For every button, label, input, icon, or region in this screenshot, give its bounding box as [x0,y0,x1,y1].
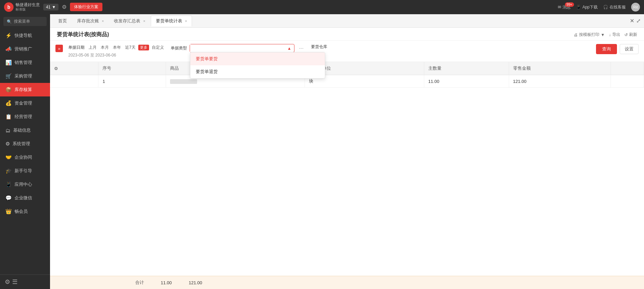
online-service-action[interactable]: 🎧 在线客服 [603,4,626,10]
refresh-icon: ↺ [624,32,628,37]
date-btn-year[interactable]: 本年 [112,44,122,51]
finance-icon: 💰 [5,100,12,106]
sidebar-item-label: 应用中心 [15,181,32,187]
sidebar-item-enterprise[interactable]: 🤝 企业协同 [0,151,50,164]
sidebar-item-label: 新手引导 [15,168,32,174]
date-filter-group: 单据日期 上月 本月 本年 近7天 更多 自定义 2023-05-06 至 20… [68,44,165,58]
row-no: 1 [98,75,166,88]
table-footer: 合计 11.00 121.00 [50,276,644,289]
doc-type-input[interactable] [190,44,285,52]
print-button[interactable]: 🖨 按模板打印 ▼ [574,32,605,38]
print-dropdown-icon: ▼ [601,32,605,37]
header-settings-button[interactable]: ⚙ [62,4,67,10]
dropdown-item-order[interactable]: 要货单要货 [190,52,325,65]
app-download-action[interactable]: 📱 App下载 [576,4,598,10]
tab-batch-account[interactable]: 库存批次账 × [72,16,109,26]
date-btn-up[interactable]: 上月 [87,44,98,51]
sidebar-item-wechat[interactable]: 💬 企业微信 [0,191,50,205]
tab-expand-button[interactable]: ⤢ [636,18,641,24]
sidebar-item-marketing[interactable]: 📣 营销推广 [0,42,50,56]
header-left: b 畅捷通好生意 标准版 41 ▼ ⚙ 体验行业方案 [4,2,102,12]
sidebar-search[interactable]: 🔍 搜索菜单 [3,17,47,26]
sidebar-settings-button[interactable]: ⚙ [5,278,10,286]
col-qty: 主数量 [424,62,509,75]
col-no: 序号 [98,62,166,75]
date-btn-current[interactable]: 本月 [99,44,110,51]
tab-batch-account-close[interactable]: × [102,19,104,23]
doc-type-group: 单据类型 ▲ 要货单要货 要货单退货 ··· [171,44,306,52]
sidebar-item-member[interactable]: 👑 畅会员 [0,205,50,218]
refresh-button[interactable]: ↺ 刷新 [624,32,637,38]
export-label: 导出 [612,32,620,38]
sidebar-item-label: 资金管理 [15,100,32,106]
doc-type-arrow-icon[interactable]: ▲ [285,46,294,51]
sidebar-item-label: 基础信息 [13,127,31,133]
set-button[interactable]: 设置 [620,44,639,54]
expand-button[interactable]: » [55,45,63,52]
sidebar-item-finance[interactable]: 💰 资金管理 [0,96,50,110]
table-area: ⚙ 序号 商品 主计量单位 主数量 零售金额 1 [50,62,644,276]
sidebar-item-app-center[interactable]: 📱 应用中心 [0,178,50,191]
col-settings[interactable]: ⚙ [50,62,98,75]
app-icon: 📱 [576,5,581,9]
total-qty: 11.00 [148,280,178,285]
warehouse-label: 要货仓库 [311,44,327,50]
sidebar-item-label: 畅会员 [15,208,28,215]
sidebar-item-label: 企业微信 [15,195,32,201]
sidebar-item-label: 系统管理 [13,141,30,147]
tab-receive-summary-label: 收发存汇总表 [114,18,140,24]
sidebar-item-label: 销售管理 [15,60,32,66]
wechat-icon: 💬 [5,195,12,201]
app-center-icon: 📱 [5,181,12,187]
filter-right-actions: 查询 设置 [596,44,639,54]
date-more-badge[interactable]: 更多 [138,45,149,50]
app-download-label: App下载 [582,4,598,10]
sidebar-item-inventory[interactable]: 📦 库存核算 [0,83,50,96]
doc-type-more-icon[interactable]: ··· [297,45,306,51]
row-amount: 121.00 [509,75,611,88]
row-qty: 11.00 [424,75,509,88]
industry-button[interactable]: 体验行业方案 [70,3,102,11]
tab-close-all-button[interactable]: ✕ [630,18,634,24]
sidebar-menu-button[interactable]: ☰ [12,278,18,286]
online-service-label: 在线客服 [610,4,626,10]
tab-batch-account-label: 库存批次账 [77,18,99,24]
export-button[interactable]: ↓ 导出 [609,32,620,38]
dropdown-item-return[interactable]: 要货单退货 [190,65,325,78]
sidebar-item-sales[interactable]: 📊 销售管理 [0,56,50,69]
sidebar-item-system[interactable]: ⚙ 系统管理 [0,137,50,151]
avatar[interactable]: Rit [631,3,640,12]
sidebar-item-purchase[interactable]: 🛒 采购管理 [0,69,50,83]
date-btn-week7[interactable]: 近7天 [124,44,137,51]
tab-order-stats-close[interactable]: × [185,19,187,23]
doc-type-label: 单据类型 [171,45,187,51]
app-name: 畅捷通好生意 [16,2,40,7]
sidebar-item-operation[interactable]: 📋 经营管理 [0,110,50,124]
header-right: ✉ 消息 99+ 📱 App下载 🎧 在线客服 Rit [558,3,640,12]
message-action[interactable]: ✉ 消息 99+ [558,4,571,10]
total-amount: 121.00 [178,280,209,285]
total-label: 合计 [54,280,148,286]
query-button[interactable]: 查询 [596,44,617,54]
export-icon: ↓ [609,32,611,37]
tab-receive-summary[interactable]: 收发存汇总表 × [109,16,150,26]
company-selector[interactable]: 41 ▼ [43,4,58,10]
tab-order-stats[interactable]: 要货单统计表 × [151,16,192,26]
tab-receive-summary-close[interactable]: × [143,19,145,23]
sidebar-item-guide[interactable]: 🎓 新手引导 [0,164,50,178]
search-icon: 🔍 [7,19,12,24]
doc-type-dropdown: 要货单要货 要货单退货 [190,52,325,79]
company-id: 41 [46,5,50,9]
tab-order-stats-label: 要货单统计表 [156,18,182,24]
sidebar-item-quick-nav[interactable]: ⚡ 快捷导航 [0,29,50,42]
content-area: 首页 库存批次账 × 收发存汇总表 × 要货单统计表 × ✕ ⤢ 要货单统计表(… [50,14,644,289]
col-amount: 零售金额 [509,62,611,75]
sidebar-bottom: ⚙ ☰ [0,274,50,289]
search-label: 搜索菜单 [14,19,30,24]
print-label: 按模板打印 [579,32,599,38]
sidebar-item-basic[interactable]: 🗂 基础信息 [0,124,50,137]
tab-home[interactable]: 首页 [53,16,72,26]
date-btn-custom[interactable]: 自定义 [150,44,165,51]
enterprise-icon: 🤝 [5,154,12,160]
date-range: 2023-05-06 至 2023-06-06 [68,52,165,58]
